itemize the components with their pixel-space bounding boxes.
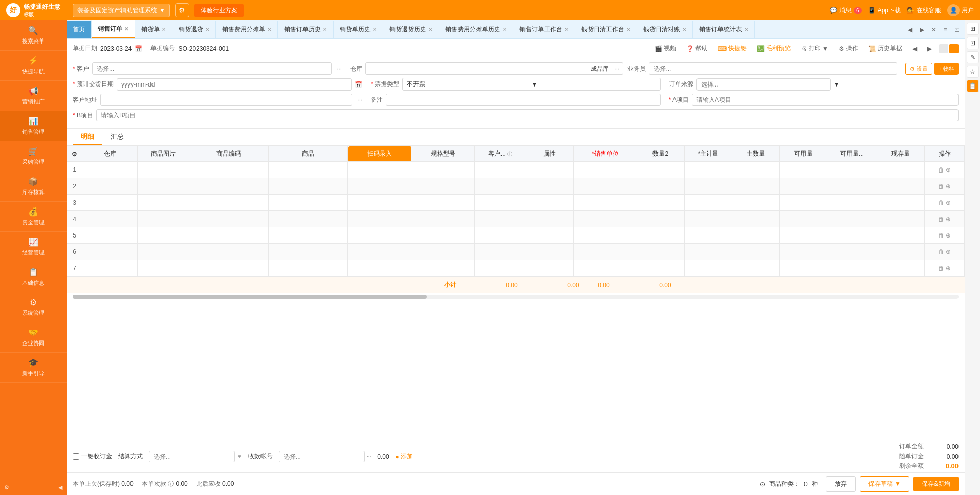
row-scan[interactable] [348, 260, 411, 276]
nav-next-btn[interactable]: ▶ [924, 44, 935, 53]
row-main-unit[interactable] [684, 178, 732, 195]
tab-close-sales-return-history[interactable]: ✕ [428, 27, 432, 32]
account-input[interactable] [279, 451, 365, 462]
row-available2[interactable] [827, 244, 877, 260]
row-attribute[interactable] [526, 260, 573, 276]
row-customer-code[interactable] [475, 195, 526, 211]
row-sales-unit[interactable] [573, 178, 637, 195]
row-code[interactable] [189, 211, 269, 227]
row-available[interactable] [779, 195, 827, 211]
row-customer-code[interactable] [475, 178, 526, 195]
row-scan[interactable] [348, 178, 411, 195]
tab-sales-expense-history[interactable]: 销售费用分摊单历史 ✕ [439, 21, 513, 38]
th-image[interactable]: 商品图片 [138, 146, 189, 162]
row-sales-unit[interactable] [573, 227, 637, 244]
row-customer-code[interactable] [475, 227, 526, 244]
row-stock[interactable] [877, 260, 925, 276]
th-attribute[interactable]: 属性 [526, 146, 573, 162]
row-image[interactable] [138, 244, 189, 260]
tab-sales-expense[interactable]: 销售费用分摊单 ✕ [216, 21, 278, 38]
row-qty2[interactable] [637, 244, 684, 260]
row-product[interactable] [269, 211, 348, 227]
row-attribute[interactable] [526, 244, 573, 260]
row-stock[interactable] [877, 162, 925, 178]
tab-sales-return-history[interactable]: 销货退货历史 ✕ [383, 21, 439, 38]
th-stock[interactable]: 现存量 [877, 146, 925, 162]
salesman-input[interactable] [649, 62, 897, 75]
row-image[interactable] [138, 195, 189, 211]
row-attribute[interactable] [526, 178, 573, 195]
a-project-input[interactable] [692, 94, 959, 106]
b-project-input[interactable] [96, 109, 959, 121]
sidebar-item-finance[interactable]: 💰 资金管理 [0, 202, 67, 232]
th-product[interactable]: 商品 [269, 146, 348, 162]
row-spec[interactable] [411, 211, 475, 227]
row-copy-btn[interactable]: ⊕ [946, 199, 951, 206]
row-main-qty[interactable] [732, 178, 779, 195]
sidebar-item-inventory[interactable]: 📦 库存核算 [0, 171, 67, 202]
address-dots[interactable]: ··· [357, 96, 362, 103]
row-scan[interactable] [348, 195, 411, 211]
tab-next-btn[interactable]: ▶ [917, 26, 927, 33]
sidebar-item-purchase[interactable]: 🛒 采购管理 [0, 141, 67, 171]
row-spec[interactable] [411, 178, 475, 195]
th-customer-code[interactable]: 客户... ⓘ [475, 146, 526, 162]
th-icon[interactable]: ⚙ [67, 146, 82, 162]
row-delete-btn[interactable]: 🗑 [938, 248, 944, 255]
sidebar-item-guide[interactable]: 🎓 新手引导 [0, 353, 67, 383]
row-sales-unit[interactable] [573, 162, 637, 178]
th-spec[interactable]: 规格型号 [411, 146, 475, 162]
row-stock[interactable] [877, 195, 925, 211]
account-select[interactable]: ··· [279, 451, 371, 462]
add-material-btn[interactable]: + 物料 [934, 63, 959, 75]
tab-close-sales-expense[interactable]: ✕ [267, 27, 271, 32]
row-code[interactable] [189, 178, 269, 195]
tab-close-all-btn[interactable]: ✕ [928, 26, 940, 33]
row-delete-btn[interactable]: 🗑 [938, 232, 944, 239]
row-available[interactable] [779, 260, 827, 276]
row-product[interactable] [269, 178, 348, 195]
right-panel-btn-1[interactable]: ⊞ [967, 23, 979, 35]
tab-sales-stats[interactable]: 销售订单统计表 ✕ [693, 21, 755, 38]
row-stock[interactable] [877, 244, 925, 260]
calendar-icon[interactable]: 📅 [135, 45, 142, 52]
customer-dots[interactable]: ··· [337, 65, 342, 72]
row-customer-code[interactable] [475, 211, 526, 227]
tab-close-sales-expense-history[interactable]: ✕ [503, 27, 507, 32]
row-product[interactable] [269, 162, 348, 178]
row-warehouse[interactable] [82, 162, 138, 178]
order-source-input[interactable] [696, 78, 831, 91]
row-stock[interactable] [877, 211, 925, 227]
row-scan[interactable] [348, 244, 411, 260]
th-scan[interactable]: 扫码录入 [348, 146, 411, 162]
tab-close-sales-stats[interactable]: ✕ [744, 27, 748, 32]
row-code[interactable] [189, 227, 269, 244]
row-spec[interactable] [411, 162, 475, 178]
warehouse-input[interactable] [365, 62, 623, 75]
row-warehouse[interactable] [82, 227, 138, 244]
tab-home[interactable]: 首页 [67, 21, 92, 38]
th-available[interactable]: 可用量 [779, 146, 827, 162]
remarks-input[interactable] [386, 94, 660, 106]
row-scan[interactable] [348, 211, 411, 227]
profit-preview-btn[interactable]: 💹 毛利预览 [754, 43, 794, 54]
row-qty2[interactable] [637, 195, 684, 211]
row-warehouse[interactable] [82, 195, 138, 211]
row-qty2[interactable] [637, 178, 684, 195]
row-main-qty[interactable] [732, 244, 779, 260]
settings-icon[interactable]: ⚙ [175, 3, 189, 17]
row-image[interactable] [138, 211, 189, 227]
row-main-qty[interactable] [732, 260, 779, 276]
right-panel-btn-3[interactable]: ✎ [967, 51, 979, 63]
customer-input[interactable] [92, 62, 332, 75]
th-main-unit[interactable]: *主计量 [684, 146, 732, 162]
sidebar-item-operations[interactable]: 📈 经营管理 [0, 232, 67, 262]
save-new-btn[interactable]: 保存&新增 [913, 477, 959, 491]
row-available[interactable] [779, 178, 827, 195]
row-delete-btn[interactable]: 🗑 [938, 166, 944, 174]
industry-btn[interactable]: 体验行业方案 [194, 4, 244, 17]
row-attribute[interactable] [526, 195, 573, 211]
row-attribute[interactable] [526, 162, 573, 178]
tab-summary[interactable]: 汇总 [102, 129, 132, 145]
row-sales-unit[interactable] [573, 195, 637, 211]
